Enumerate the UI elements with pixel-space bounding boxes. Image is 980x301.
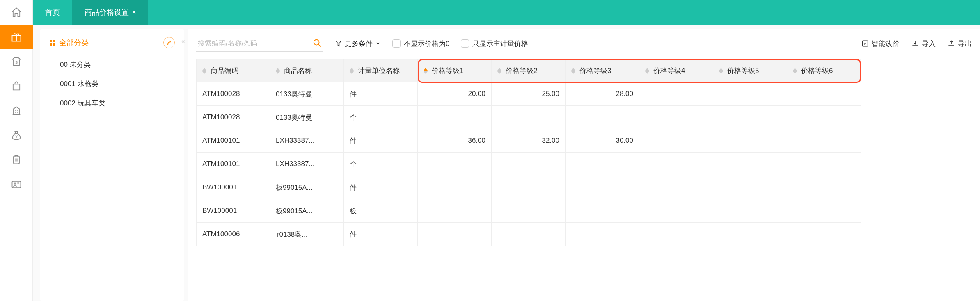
cell-p3[interactable]: 30.00 <box>566 129 639 153</box>
svg-point-5 <box>14 183 16 185</box>
cell-p4[interactable] <box>639 106 713 129</box>
th-code[interactable]: 商品编码 <box>196 59 270 82</box>
svg-text:S: S <box>15 60 17 64</box>
cell-p5[interactable] <box>713 223 787 246</box>
cell-p2[interactable] <box>492 153 566 176</box>
collapse-sidebar-icon[interactable]: « <box>181 38 185 44</box>
tab-current-label: 商品价格设置 <box>85 7 129 17</box>
cell-p1[interactable] <box>418 176 492 199</box>
svg-point-10 <box>314 40 319 45</box>
cell-unit: 件 <box>344 223 418 246</box>
cell-p3[interactable] <box>566 223 639 246</box>
cell-p4[interactable] <box>639 223 713 246</box>
cell-unit: 件 <box>344 129 418 153</box>
only-main-unit-checkbox[interactable]: 只显示主计量价格 <box>461 39 528 48</box>
cell-p6[interactable] <box>787 82 861 106</box>
nav-money-bag[interactable]: ¥ <box>0 123 33 148</box>
th-label: 价格等级5 <box>727 66 759 75</box>
category-item-label: 0002 玩具车类 <box>60 99 105 107</box>
cell-p2[interactable] <box>492 223 566 246</box>
nav-dollar-shirt[interactable]: S <box>0 49 33 74</box>
cell-p4[interactable] <box>639 199 713 223</box>
cell-p1[interactable] <box>418 153 492 176</box>
cell-p3[interactable]: 28.00 <box>566 82 639 106</box>
cell-code: ATM100006 <box>196 223 270 246</box>
search-input[interactable] <box>196 35 323 52</box>
category-item-label: 00 未分类 <box>60 61 91 68</box>
cell-p2[interactable]: 32.00 <box>492 129 566 153</box>
svg-rect-7 <box>53 40 55 42</box>
cell-p5[interactable] <box>713 153 787 176</box>
th-name[interactable]: 商品名称 <box>270 59 344 82</box>
cell-p4[interactable] <box>639 153 713 176</box>
nav-gift[interactable] <box>0 25 33 49</box>
cell-p2[interactable] <box>492 176 566 199</box>
category-item[interactable]: 0001 水枪类 <box>40 74 184 93</box>
svg-rect-6 <box>50 40 52 42</box>
nav-clipboard[interactable] <box>0 148 33 172</box>
cell-p4[interactable] <box>639 129 713 153</box>
smart-edit-button[interactable]: 智能改价 <box>861 39 900 48</box>
nav-building[interactable] <box>0 98 33 123</box>
cell-p6[interactable] <box>787 176 861 199</box>
cell-unit: 板 <box>344 199 418 223</box>
cell-p5[interactable] <box>713 82 787 106</box>
export-label: 导出 <box>958 39 972 48</box>
cell-p6[interactable] <box>787 153 861 176</box>
cell-p1[interactable]: 36.00 <box>418 129 492 153</box>
nav-contact-card[interactable] <box>0 172 33 197</box>
import-button[interactable]: 导入 <box>911 39 936 48</box>
th-price-6[interactable]: 价格等级6 <box>787 59 861 82</box>
th-unit[interactable]: 计量单位名称 <box>344 59 418 82</box>
cell-p2[interactable] <box>492 106 566 129</box>
cell-p4[interactable] <box>639 82 713 106</box>
cell-p1[interactable] <box>418 199 492 223</box>
more-filters-button[interactable]: 更多条件 <box>335 39 381 48</box>
th-price-5[interactable]: 价格等级5 <box>713 59 787 82</box>
cell-p2[interactable]: 25.00 <box>492 82 566 106</box>
category-item[interactable]: 00 未分类 <box>40 55 184 74</box>
tab-home[interactable]: 首页 <box>33 0 72 25</box>
th-price-1[interactable]: 价格等级1 <box>418 59 492 82</box>
th-price-3[interactable]: 价格等级3 <box>566 59 639 82</box>
tab-product-price-settings[interactable]: 商品价格设置 × <box>72 0 148 25</box>
cell-p6[interactable] <box>787 199 861 223</box>
cell-p1[interactable] <box>418 223 492 246</box>
category-title: 全部分类 <box>59 38 163 48</box>
search-icon[interactable] <box>313 39 322 49</box>
smart-edit-label: 智能改价 <box>872 39 900 48</box>
cell-p5[interactable] <box>713 106 787 129</box>
export-button[interactable]: 导出 <box>947 39 972 48</box>
th-price-2[interactable]: 价格等级2 <box>492 59 566 82</box>
cell-code: BW100001 <box>196 199 270 223</box>
cell-p5[interactable] <box>713 199 787 223</box>
category-sidebar: 全部分类 « 00 未分类 0001 水枪类 0002 玩具车类 <box>40 29 184 301</box>
cell-p3[interactable] <box>566 106 639 129</box>
cell-name: LXH33387... <box>270 129 344 153</box>
cell-code: ATM100028 <box>196 82 270 106</box>
cell-p6[interactable] <box>787 129 861 153</box>
cell-name: 0133奥特曼 <box>270 106 344 129</box>
th-price-4[interactable]: 价格等级4 <box>639 59 713 82</box>
cell-p5[interactable] <box>713 129 787 153</box>
cell-p4[interactable] <box>639 176 713 199</box>
nav-bag[interactable] <box>0 74 33 98</box>
cell-p2[interactable] <box>492 199 566 223</box>
cell-p3[interactable] <box>566 176 639 199</box>
cell-code: BW100001 <box>196 176 270 199</box>
cell-p6[interactable] <box>787 223 861 246</box>
search-box <box>196 35 323 52</box>
edit-category-button[interactable] <box>163 37 175 48</box>
cell-p1[interactable] <box>418 106 492 129</box>
hide-zero-checkbox[interactable]: 不显示价格为0 <box>392 39 449 48</box>
category-item[interactable]: 0002 玩具车类 <box>40 93 184 113</box>
tabbar: 首页 商品价格设置 × <box>33 0 980 25</box>
nav-home[interactable] <box>0 0 33 25</box>
cell-p3[interactable] <box>566 153 639 176</box>
cell-p6[interactable] <box>787 106 861 129</box>
export-icon <box>947 39 955 48</box>
close-icon[interactable]: × <box>132 9 136 16</box>
cell-p1[interactable]: 20.00 <box>418 82 492 106</box>
cell-p5[interactable] <box>713 176 787 199</box>
cell-p3[interactable] <box>566 199 639 223</box>
